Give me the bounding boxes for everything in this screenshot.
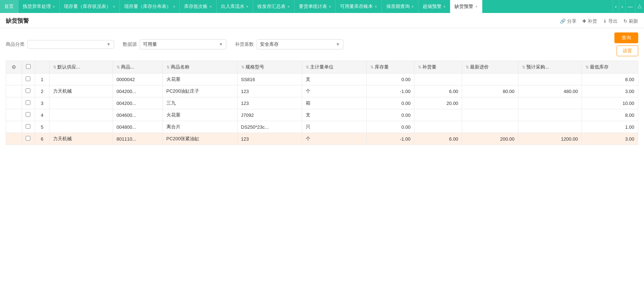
cell-name: PC200张紧油缸 (162, 133, 237, 145)
main-content: 缺货预警 🔗 分享 ✚ 补货 ⇓ 导出 ↻ 刷新 商品分类 (0, 13, 644, 287)
tab-item-6[interactable]: 收发存汇总表× (253, 0, 294, 13)
table-settings-icon[interactable]: ⚙ (12, 64, 16, 70)
cell-estimated: 480.00 (518, 85, 582, 97)
cell-replenish (414, 121, 462, 133)
cell-name: 离合片 (162, 121, 237, 133)
cell-name: 三九 (162, 97, 237, 109)
settings-button[interactable]: 设置 (617, 45, 638, 56)
tab-close-9[interactable]: × (412, 4, 414, 9)
select-all-checkbox[interactable] (26, 64, 31, 69)
cell-stock: -1.00 (367, 85, 414, 97)
table-row: 2力天机械004200...PC200油缸庄子123个-1.006.0080.0… (6, 85, 638, 97)
col-header-product-code: ⇅商品... (113, 61, 162, 74)
tab-close-4[interactable]: × (209, 4, 212, 9)
cell-spec: J7092 (237, 109, 302, 121)
tab-item-9[interactable]: 保质期查询× (382, 0, 418, 13)
product-category-filter: 商品分类 ▼ (6, 40, 114, 49)
col-header-default-supplier: ⇅默认供应... (49, 61, 113, 74)
col-header-product-name: ⇅商品名称 (162, 61, 237, 74)
tab-close-3[interactable]: × (173, 4, 175, 9)
product-category-select[interactable]: ▼ (27, 40, 114, 49)
tab-item-8[interactable]: 可用量库存账本× (336, 0, 382, 13)
row-checkbox-0[interactable] (26, 76, 30, 81)
replenish-base-select[interactable]: 安全库存 ▼ (257, 39, 343, 49)
tab-close-8[interactable]: × (375, 4, 377, 9)
tab-item-1[interactable]: 拣货异常处理× (18, 0, 60, 13)
tab-label-2: 现存量（库存状况表） (64, 3, 111, 10)
tab-close-11[interactable]: × (475, 4, 477, 9)
cell-check (22, 74, 35, 85)
sort-icon-name: ⇅ (166, 65, 170, 69)
tab-close-7[interactable]: × (329, 4, 331, 9)
row-checkbox-3[interactable] (26, 112, 30, 117)
cell-estimated: 1200.00 (518, 133, 582, 145)
replenish-button[interactable]: ✚ 补货 (582, 18, 597, 25)
tab-close-10[interactable]: × (443, 4, 445, 9)
sort-icon-stock: ⇅ (370, 65, 374, 69)
row-checkbox-2[interactable] (26, 100, 30, 105)
tab-item-4[interactable]: 库存批次账× (180, 0, 216, 13)
tab-item-11[interactable]: 缺货预警× (450, 0, 482, 13)
cell-min-stock: 3.00 (582, 85, 638, 97)
table-header: ⚙ ⇅默认供应... ⇅商品... ⇅商品名称 ⇅规格型号 ⇅主计量单位 ⇅库存… (6, 61, 638, 74)
cell-replenish: 6.00 (414, 133, 462, 145)
cell-replenish: 20.00 (414, 97, 462, 109)
cell-min-stock: 8.00 (582, 109, 638, 121)
cell-min-stock: 8.00 (582, 74, 638, 85)
cell-latest-price: 80.00 (462, 85, 518, 97)
tab-expand-button[interactable]: ⧊ (635, 0, 644, 13)
tab-minimize-button[interactable]: — (625, 0, 635, 13)
query-button[interactable]: 查询 (614, 32, 638, 43)
row-checkbox-5[interactable] (26, 136, 30, 141)
share-button[interactable]: 🔗 分享 (560, 18, 576, 25)
tab-close-1[interactable]: × (53, 4, 55, 9)
cell-replenish (414, 74, 462, 85)
cell-supplier: 力天机械 (49, 133, 113, 145)
row-checkbox-1[interactable] (26, 88, 30, 93)
cell-check (22, 109, 35, 121)
row-checkbox-4[interactable] (26, 124, 30, 129)
cell-settings (6, 121, 22, 133)
data-source-filter: 数据源 可用量 ▼ (123, 39, 226, 49)
tab-item-2[interactable]: 现存量（库存状况表）× (60, 0, 119, 13)
data-source-arrow-icon: ▼ (219, 42, 223, 47)
export-button[interactable]: ⇓ 导出 (603, 18, 618, 25)
table-body: 10000042火花塞SS816支0.008.002力天机械004200...P… (6, 74, 638, 145)
page-header: 缺货预警 🔗 分享 ✚ 补货 ⇓ 导出 ↻ 刷新 (0, 13, 644, 28)
cell-settings (6, 97, 22, 109)
tab-item-3[interactable]: 现存量（库存分布表）× (120, 0, 180, 13)
table-row: 6力天机械801110...PC200张紧油缸123个-1.006.00200.… (6, 133, 638, 145)
tab-item-7[interactable]: 要货单统计表× (295, 0, 336, 13)
tab-close-6[interactable]: × (287, 4, 290, 9)
table-header-row: ⚙ ⇅默认供应... ⇅商品... ⇅商品名称 ⇅规格型号 ⇅主计量单位 ⇅库存… (6, 61, 638, 74)
cell-spec: 123 (237, 85, 302, 97)
tab-label-7: 要货单统计表 (299, 3, 327, 10)
refresh-icon: ↻ (623, 18, 627, 24)
tab-close-5[interactable]: × (246, 4, 248, 9)
tab-prev-button[interactable]: ‹ (613, 0, 619, 13)
data-source-select[interactable]: 可用量 ▼ (140, 39, 226, 49)
sort-icon-price: ⇅ (466, 65, 469, 69)
share-icon: 🔗 (560, 18, 566, 24)
tab-label-4: 库存批次账 (184, 3, 208, 10)
tab-close-2[interactable]: × (113, 4, 115, 9)
data-table-wrapper: ⚙ ⇅默认供应... ⇅商品... ⇅商品名称 ⇅规格型号 ⇅主计量单位 ⇅库存… (0, 61, 644, 145)
tab-item-0[interactable]: 首页 (0, 0, 18, 13)
page-title: 缺货预警 (6, 17, 29, 25)
col-header-min-stock: ⇅最低库存 (582, 61, 638, 74)
tab-label-3: 现存量（库存分布表） (124, 3, 171, 10)
tab-item-10[interactable]: 超储预警× (418, 0, 450, 13)
cell-stock: 0.00 (367, 74, 414, 85)
sort-icon-spec: ⇅ (241, 65, 244, 69)
cell-unit: 箱 (302, 97, 367, 109)
cell-latest-price (462, 97, 518, 109)
tab-next-button[interactable]: › (619, 0, 625, 13)
col-header-latest-price: ⇅最新进价 (462, 61, 518, 74)
tab-item-5[interactable]: 出入库流水× (217, 0, 253, 13)
cell-supplier (49, 97, 113, 109)
sort-icon-estimated: ⇅ (522, 65, 525, 69)
cell-estimated (518, 121, 582, 133)
filter-actions: 查询 设置 (614, 32, 638, 56)
refresh-button[interactable]: ↻ 刷新 (623, 18, 638, 25)
cell-index: 4 (35, 109, 49, 121)
